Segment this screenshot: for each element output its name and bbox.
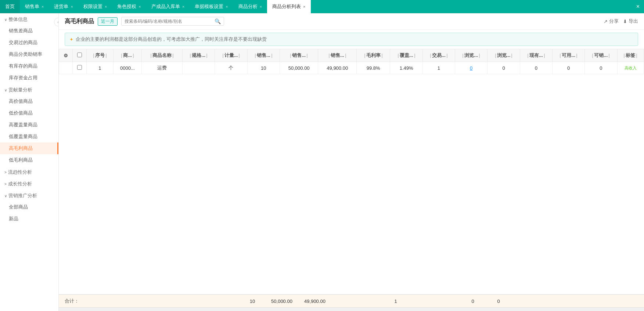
footer-current-stock: 0 <box>460 299 486 304</box>
col-resize-right <box>576 54 577 58</box>
nav-item-商品分析[interactable]: 商品分析× <box>233 0 267 13</box>
nav-item-单据模板设置[interactable]: 单据模板设置× <box>190 0 233 13</box>
col-header-sales_qty[interactable]: 销售... <box>247 49 280 62</box>
sidebar-group-营销推广分析[interactable]: ∨营销推广分析 <box>0 189 58 201</box>
row-spec <box>183 62 215 74</box>
sidebar-item-新品[interactable]: 新品 <box>0 213 58 225</box>
nav-close-btn[interactable]: × <box>182 4 184 9</box>
sidebar-item-销售差商品[interactable]: 销售差商品 <box>0 25 58 37</box>
close-window-button[interactable]: × <box>632 0 644 13</box>
sidebar-group-整体信息[interactable]: ∨整体信息 <box>0 13 58 25</box>
footer-cell-empty <box>148 299 192 304</box>
col-resize-right <box>636 54 637 58</box>
nav-item-角色授权[interactable]: 角色授权× <box>112 0 146 13</box>
sidebar-item-高价值商品[interactable]: 高价值商品 <box>0 95 58 107</box>
nav-item-权限设置[interactable]: 权限设置× <box>78 0 112 13</box>
col-header-settings[interactable]: ⚙ <box>59 49 73 62</box>
search-input[interactable] <box>125 19 215 24</box>
sidebar-item-高覆盖量商品[interactable]: 高覆盖量商品 <box>0 119 58 131</box>
col-header-sales_cost[interactable]: 销售... <box>318 49 357 62</box>
row-sales-cost: 49,900.00 <box>318 62 357 74</box>
nav-item-产成品入库单[interactable]: 产成品入库单× <box>146 0 190 13</box>
row-trade: 1 <box>422 62 455 74</box>
nav-close-btn[interactable]: × <box>303 4 305 9</box>
col-resize-left <box>255 54 256 58</box>
nav-item-进货单[interactable]: 进货单× <box>49 0 78 13</box>
col-header-browse2[interactable]: 浏览... <box>488 49 520 62</box>
nav-close-btn[interactable]: × <box>71 4 73 9</box>
footer-label: 合计： <box>65 298 87 304</box>
col-header-coverage[interactable]: 覆盖... <box>390 49 422 62</box>
row-code: 0000... <box>113 62 142 74</box>
sidebar-item-商品分类助销率[interactable]: 商品分类助销率 <box>0 48 58 60</box>
search-icon: 🔍 <box>215 18 221 24</box>
sidebar-item-低毛利商品[interactable]: 低毛利商品 <box>0 154 58 166</box>
col-header-tag[interactable]: 标签 <box>617 49 644 62</box>
chevron-icon: > <box>4 170 7 174</box>
col-resize-left <box>463 54 463 58</box>
select-all-checkbox[interactable] <box>77 53 82 57</box>
col-header-available[interactable]: 可用... <box>552 49 584 62</box>
col-header-name[interactable]: 商品名称 <box>142 49 183 62</box>
table-container[interactable]: ⚙序号商...商品名称规格...计量...销售...销售...销售...毛利率覆… <box>59 49 644 294</box>
time-filter-button[interactable]: 近一月 <box>98 17 118 26</box>
col-header-sellable[interactable]: 可销... <box>585 49 617 62</box>
col-resize-left <box>190 54 191 58</box>
nav-item-销售单[interactable]: 销售单× <box>20 0 49 13</box>
sidebar-item-低覆盖量商品[interactable]: 低覆盖量商品 <box>0 131 58 142</box>
share-icon: ↗ <box>604 19 608 24</box>
share-button[interactable]: ↗ 分享 <box>604 18 619 25</box>
sidebar-item-有库存的商品[interactable]: 有库存的商品 <box>0 60 58 72</box>
col-resize-right <box>271 54 272 58</box>
col-resize-left <box>495 54 496 58</box>
col-resize-right <box>307 54 307 58</box>
col-header-unit[interactable]: 计量... <box>215 49 247 62</box>
col-resize-right <box>133 54 134 58</box>
sidebar-group-流趋性分析[interactable]: >流趋性分析 <box>0 166 58 178</box>
col-header-current_stock[interactable]: 现有... <box>520 49 552 62</box>
footer-sales-amount: 50,000.00 <box>265 299 298 304</box>
row-gross-margin: 99.8% <box>357 62 390 74</box>
sidebar-item-高毛利商品[interactable]: 高毛利商品 <box>0 142 58 154</box>
sidebar-group-贡献量分析[interactable]: ∨贡献量分析 <box>0 84 58 95</box>
col-header-code[interactable]: 商... <box>113 49 142 62</box>
sidebar-item-低价值商品[interactable]: 低价值商品 <box>0 107 58 119</box>
footer-sales-qty: 10 <box>240 299 265 304</box>
tag-badge: 高收入 <box>625 66 637 70</box>
nav-close-btn[interactable]: × <box>105 4 107 9</box>
row-checkbox[interactable] <box>77 65 82 70</box>
nav-close-btn[interactable]: × <box>226 4 228 9</box>
sidebar-item-全部商品[interactable]: 全部商品 <box>0 201 58 213</box>
content-header: 高毛利商品 近一月 🔍 ↗ 分享 ⬇ 导出 <box>59 13 644 30</box>
nav-item-商品分析列表[interactable]: 商品分析列表× <box>267 0 310 13</box>
nav-close-btn[interactable]: × <box>260 4 262 9</box>
col-header-index[interactable]: 序号 <box>87 49 113 62</box>
col-header-spec[interactable]: 规格... <box>183 49 215 62</box>
col-resize-left <box>624 54 625 58</box>
sidebar-item-库存资金占用[interactable]: 库存资金占用 <box>0 72 58 84</box>
nav-close-btn[interactable]: × <box>42 4 44 9</box>
row-sales-amount: 50,000.00 <box>280 62 318 74</box>
bottom-scrollbar[interactable] <box>59 307 644 311</box>
footer-cell-empty <box>122 299 148 304</box>
col-header-check[interactable] <box>72 49 86 62</box>
nav-item-首页[interactable]: 首页 <box>0 0 20 13</box>
col-resize-left <box>223 54 223 58</box>
export-button[interactable]: ⬇ 导出 <box>623 18 638 25</box>
col-resize-right <box>382 54 382 58</box>
chevron-icon: ∨ <box>4 88 7 92</box>
footer-cell-empty <box>357 299 383 304</box>
sidebar-item-交易过的商品[interactable]: 交易过的商品 <box>0 37 58 48</box>
page-title: 高毛利商品 <box>65 18 94 25</box>
nav-close-btn[interactable]: × <box>138 4 141 9</box>
col-resize-left <box>364 54 365 58</box>
browse-link[interactable]: 0 <box>470 65 472 71</box>
settings-icon[interactable]: ⚙ <box>64 53 68 58</box>
col-header-trade[interactable]: 交易... <box>422 49 455 62</box>
col-header-sales_amount[interactable]: 销售... <box>280 49 318 62</box>
info-banner: ✦ 企业的主要的利润都是这部分商品创造的，可考虑加大推广，同时关注库存是不要出现… <box>65 33 638 46</box>
sidebar-group-成长性分析[interactable]: >成长性分析 <box>0 178 58 189</box>
col-header-browse1[interactable]: 浏览... <box>455 49 488 62</box>
col-header-gross_margin[interactable]: 毛利率 <box>357 49 390 62</box>
col-resize-right <box>414 54 415 58</box>
